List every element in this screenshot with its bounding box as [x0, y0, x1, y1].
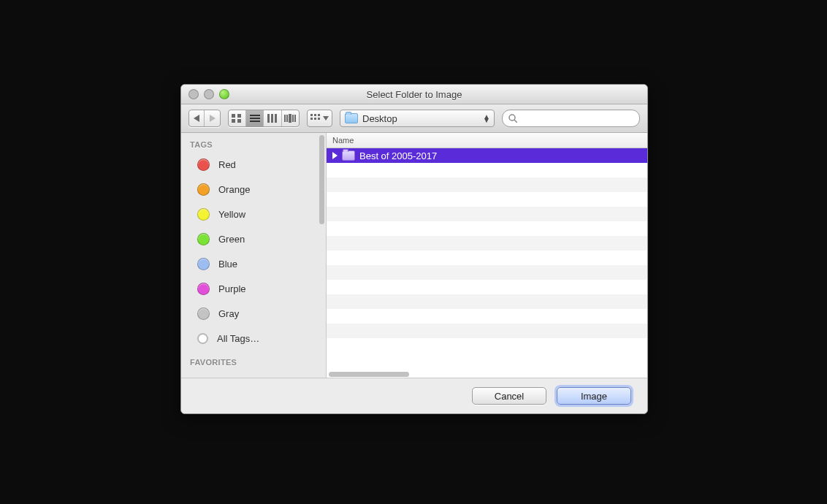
tag-dot-icon: [197, 183, 210, 196]
svg-rect-19: [318, 114, 320, 116]
horizontal-scrollbar[interactable]: [329, 372, 409, 377]
tag-yellow[interactable]: Yellow: [181, 202, 326, 226]
svg-rect-14: [289, 114, 291, 123]
view-coverflow-button[interactable]: [282, 110, 299, 126]
svg-rect-2: [232, 114, 235, 118]
sidebar: TAGS Red Orange Yellow Green Blue: [181, 133, 327, 378]
search-icon: [508, 114, 517, 123]
toolbar: Desktop ▲▼: [181, 104, 647, 133]
svg-marker-0: [194, 115, 199, 122]
list-row-empty: [327, 309, 647, 324]
tag-gray[interactable]: Gray: [181, 301, 326, 326]
svg-rect-7: [250, 118, 260, 119]
list-row-empty: [327, 221, 647, 236]
list-row-empty: [327, 338, 647, 353]
disclosure-triangle-icon[interactable]: [332, 152, 338, 159]
sidebar-scrollbar[interactable]: [319, 135, 324, 224]
grid-icon: [232, 114, 242, 123]
forward-button[interactable]: [205, 110, 219, 126]
file-open-dialog: Select Folder to Image: [180, 84, 648, 414]
tag-label: Gray: [218, 308, 239, 319]
svg-rect-6: [250, 115, 260, 116]
svg-marker-1: [210, 115, 216, 122]
svg-rect-3: [237, 114, 241, 118]
columns-icon: [267, 114, 278, 123]
list-item[interactable]: Best of 2005-2017: [327, 148, 647, 163]
search-field[interactable]: [502, 110, 640, 127]
svg-rect-5: [237, 119, 241, 123]
view-columns-button[interactable]: [264, 110, 281, 126]
tag-all[interactable]: All Tags…: [181, 326, 326, 351]
list-row-empty: [327, 177, 647, 192]
list-row-empty: [327, 207, 647, 221]
titlebar[interactable]: Select Folder to Image: [181, 85, 647, 104]
svg-rect-22: [318, 118, 320, 120]
svg-point-24: [509, 115, 515, 121]
view-icons-button[interactable]: [229, 110, 246, 126]
item-name: Best of 2005-2017: [359, 150, 437, 161]
svg-rect-17: [310, 114, 313, 116]
triangle-right-icon: [209, 115, 216, 122]
tag-blue[interactable]: Blue: [181, 251, 326, 276]
triangle-left-icon: [194, 115, 200, 122]
back-button[interactable]: [189, 110, 205, 126]
button-label: Image: [581, 391, 607, 402]
view-list-button[interactable]: [246, 110, 264, 126]
svg-rect-9: [267, 114, 270, 123]
dialog-body: TAGS Red Orange Yellow Green Blue: [181, 133, 647, 378]
list-row-empty: [327, 265, 647, 280]
svg-rect-8: [250, 121, 260, 122]
tag-dot-icon: [197, 159, 210, 171]
location-popup[interactable]: Desktop ▲▼: [340, 110, 495, 127]
button-label: Cancel: [495, 391, 524, 402]
tag-dot-icon: [197, 258, 210, 270]
updown-arrows-icon: ▲▼: [483, 115, 489, 122]
svg-rect-4: [232, 119, 235, 123]
tag-label: Green: [218, 234, 245, 245]
file-list[interactable]: Best of 2005-2017: [327, 148, 647, 378]
grid-small-icon: [310, 114, 321, 123]
tag-label: All Tags…: [217, 333, 259, 344]
list-row-empty: [327, 163, 647, 177]
list-row-empty: [327, 294, 647, 309]
tag-label: Yellow: [218, 209, 245, 220]
tag-orange[interactable]: Orange: [181, 177, 326, 202]
chevron-down-icon: [323, 116, 329, 121]
svg-marker-23: [323, 116, 329, 121]
list-icon: [250, 114, 260, 123]
cancel-button[interactable]: Cancel: [472, 387, 546, 405]
svg-rect-20: [310, 118, 313, 120]
sidebar-section-favorites: FAVORITES: [181, 351, 326, 370]
column-header-name[interactable]: Name: [327, 133, 647, 148]
svg-line-25: [514, 120, 517, 123]
search-input[interactable]: [521, 112, 633, 124]
tag-purple[interactable]: Purple: [181, 276, 326, 301]
sidebar-section-tags: TAGS: [181, 133, 326, 152]
list-row-empty: [327, 192, 647, 207]
coverflow-icon: [284, 114, 296, 123]
list-row-empty: [327, 251, 647, 265]
tag-dot-icon: [197, 208, 210, 221]
svg-rect-10: [271, 114, 273, 123]
arrange-button[interactable]: [307, 110, 332, 127]
tag-label: Purple: [218, 283, 246, 294]
svg-rect-21: [314, 118, 316, 120]
tag-label: Blue: [218, 259, 237, 270]
svg-rect-16: [294, 115, 296, 122]
svg-rect-18: [314, 114, 316, 116]
tag-red[interactable]: Red: [181, 152, 326, 177]
confirm-button[interactable]: Image: [557, 387, 631, 405]
view-mode-segment: [228, 110, 300, 127]
tag-green[interactable]: Green: [181, 226, 326, 251]
list-row-empty: [327, 324, 647, 338]
tag-dot-icon: [197, 283, 210, 295]
location-label: Desktop: [362, 113, 479, 124]
all-tags-icon: [197, 333, 208, 344]
svg-rect-15: [292, 115, 294, 122]
tag-label: Red: [218, 159, 236, 170]
dialog-footer: Cancel Image: [181, 378, 647, 413]
list-row-empty: [327, 280, 647, 294]
tag-dot-icon: [197, 233, 210, 245]
tag-label: Orange: [218, 184, 250, 195]
nav-history-segment: [188, 110, 221, 127]
